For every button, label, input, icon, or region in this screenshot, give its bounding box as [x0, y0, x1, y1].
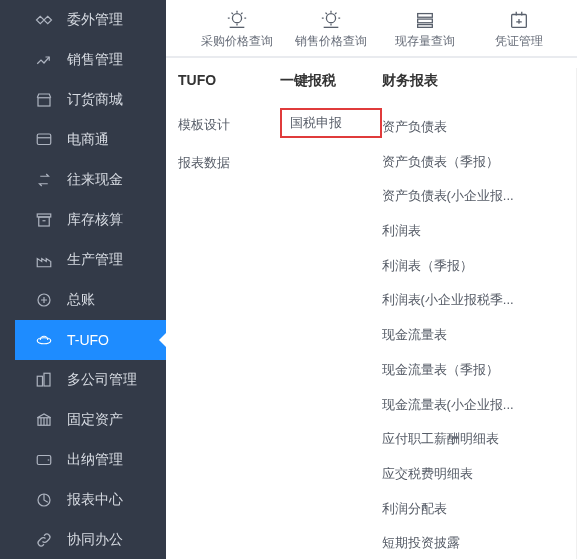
link-cash-flow[interactable]: 现金流量表 [382, 316, 568, 351]
svg-rect-14 [418, 19, 433, 23]
link-icon [35, 531, 59, 549]
sidebar-item-label: 固定资产 [67, 411, 123, 429]
tool-sales-price-query[interactable]: 销售价格查询 [284, 0, 378, 56]
link-template-design[interactable]: 模板设计 [178, 106, 280, 144]
ecommerce-icon [35, 131, 59, 149]
sidebar-item-order-mall[interactable]: 订货商城 [15, 80, 166, 120]
sidebar-item-label: 库存核算 [67, 211, 123, 229]
submenu-panel: TUFO 模板设计 报表数据 一键报税 国税申报 财务报表 资产负债表 资产负债… [166, 68, 577, 559]
highlight-national-tax: 国税申报 [280, 108, 382, 138]
ufo-icon [35, 331, 59, 349]
tool-stock-query[interactable]: 现存量查询 [378, 0, 472, 56]
link-short-term-investment[interactable]: 短期投资披露 [382, 524, 568, 559]
voucher-icon [508, 7, 530, 33]
svg-rect-13 [418, 13, 433, 17]
sidebar-item-label: 往来现金 [67, 171, 123, 189]
svg-rect-1 [37, 134, 51, 145]
report-icon [35, 491, 59, 509]
link-tax-payable-detail[interactable]: 应交税费明细表 [382, 455, 568, 490]
sidebar-item-stock-audit[interactable]: 库存核算 [15, 200, 166, 240]
ledger-icon [35, 291, 59, 309]
column-tufo: TUFO 模板设计 报表数据 [178, 68, 280, 559]
sidebar-item-cashier[interactable]: 出纳管理 [15, 440, 166, 480]
archive-icon [35, 211, 59, 229]
sidebar-item-label: 销售管理 [67, 51, 123, 69]
svg-point-12 [326, 13, 335, 22]
sidebar-item-label: 报表中心 [67, 491, 123, 509]
column-finance: 财务报表 资产负债表 资产负债表（季报） 资产负债表(小企业报... 利润表 利… [382, 68, 578, 559]
link-national-tax-declare[interactable]: 国税申报 [290, 115, 342, 130]
sidebar-item-label: 出纳管理 [67, 451, 123, 469]
link-balance-sheet-quarter[interactable]: 资产负债表（季报） [382, 143, 568, 178]
svg-rect-6 [37, 376, 42, 386]
shop-icon [35, 91, 59, 109]
sidebar-item-collab-office[interactable]: 协同办公 [15, 520, 166, 559]
sidebar-item-label: 生产管理 [67, 251, 123, 269]
sidebar-item-report-center[interactable]: 报表中心 [15, 480, 166, 520]
link-profit-distribution[interactable]: 利润分配表 [382, 490, 568, 525]
tool-label: 采购价格查询 [201, 33, 273, 50]
sidebar-item-label: 订货商城 [67, 91, 123, 109]
link-income-statement[interactable]: 利润表 [382, 212, 568, 247]
tool-label: 凭证管理 [495, 33, 543, 50]
swap-icon [35, 171, 59, 189]
sidebar-item-label: 委外管理 [67, 11, 123, 29]
sidebar: 委外管理 销售管理 订货商城 电商通 往来现金 库存核算 生产管理 [0, 0, 166, 559]
svg-rect-3 [39, 217, 50, 226]
link-report-data[interactable]: 报表数据 [178, 144, 280, 182]
sidebar-item-label: 多公司管理 [67, 371, 137, 389]
sidebar-item-general-ledger[interactable]: 总账 [15, 280, 166, 320]
stack-icon [414, 7, 436, 33]
svg-rect-7 [44, 373, 50, 386]
link-balance-sheet-small[interactable]: 资产负债表(小企业报... [382, 177, 568, 212]
link-payroll-detail[interactable]: 应付职工薪酬明细表 [382, 420, 568, 455]
link-cash-flow-quarter[interactable]: 现金流量表（季报） [382, 351, 568, 386]
svg-point-11 [232, 13, 241, 22]
svg-rect-0 [38, 98, 50, 106]
sidebar-item-cash[interactable]: 往来现金 [15, 160, 166, 200]
handshake-icon [35, 11, 59, 29]
link-balance-sheet[interactable]: 资产负债表 [382, 108, 568, 143]
sidebar-item-production[interactable]: 生产管理 [15, 240, 166, 280]
sidebar-item-sales[interactable]: 销售管理 [15, 40, 166, 80]
sidebar-item-outsource[interactable]: 委外管理 [15, 0, 166, 40]
column-head-tax: 一键报税 [280, 68, 382, 94]
wallet-icon [35, 451, 59, 469]
column-tax: 一键报税 国税申报 [280, 68, 382, 559]
gear-search-icon [226, 7, 248, 33]
sidebar-item-multi-company[interactable]: 多公司管理 [15, 360, 166, 400]
svg-point-5 [37, 338, 51, 344]
chart-up-icon [35, 51, 59, 69]
sidebar-item-fixed-assets[interactable]: 固定资产 [15, 400, 166, 440]
sidebar-item-label: T-UFO [67, 332, 109, 348]
sidebar-item-ecommerce[interactable]: 电商通 [15, 120, 166, 160]
tool-purchase-price-query[interactable]: 采购价格查询 [190, 0, 284, 56]
link-cash-flow-small[interactable]: 现金流量表(小企业报... [382, 386, 568, 421]
tool-label: 销售价格查询 [295, 33, 367, 50]
gear-search-icon [320, 7, 342, 33]
column-head-finance: 财务报表 [382, 68, 577, 94]
tool-voucher-manage[interactable]: 凭证管理 [472, 0, 566, 56]
bank-icon [35, 411, 59, 429]
svg-rect-15 [418, 24, 433, 27]
sidebar-item-tufo[interactable]: T-UFO [15, 320, 166, 360]
sidebar-item-label: 电商通 [67, 131, 109, 149]
sidebar-item-label: 协同办公 [67, 531, 123, 549]
factory-icon [35, 251, 59, 269]
tool-label: 现存量查询 [395, 33, 455, 50]
top-toolbar: 采购价格查询 销售价格查询 现存量查询 凭证管理 [166, 0, 577, 58]
buildings-icon [35, 371, 59, 389]
column-head-tufo: TUFO [178, 68, 280, 92]
link-income-statement-small[interactable]: 利润表(小企业报税季... [382, 281, 568, 316]
sidebar-item-label: 总账 [67, 291, 95, 309]
link-income-statement-quarter[interactable]: 利润表（季报） [382, 247, 568, 282]
